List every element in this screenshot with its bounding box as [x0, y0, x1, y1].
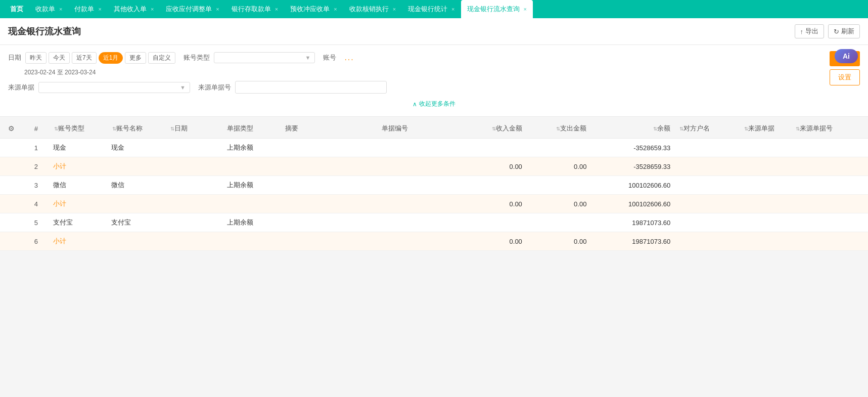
row-date [165, 176, 223, 195]
row-income [462, 176, 526, 195]
ai-badge[interactable]: Ai [835, 49, 858, 63]
row-balance: 19871073.60 [590, 232, 674, 251]
row-settings-cell [0, 176, 23, 195]
row-expense [526, 176, 591, 195]
row-income: 0.00 [462, 232, 526, 251]
nav-item-other-income[interactable]: 其他收入单× [108, 0, 160, 18]
header-actions: ↑ 导出 ↻ 刷新 [795, 24, 860, 38]
close-icon-payment[interactable]: × [98, 0, 101, 18]
row-counterpart [674, 195, 739, 213]
col-settings[interactable]: ⚙ [0, 119, 23, 139]
close-icon-bank-deposit[interactable]: × [275, 0, 278, 18]
gear-icon[interactable]: ⚙ [8, 124, 15, 133]
row-summary [281, 213, 378, 232]
nav-item-receipt-verify[interactable]: 收款核销执行× [343, 0, 402, 18]
chevron-down-icon: ▼ [305, 55, 310, 61]
row-num: 6 [23, 232, 49, 251]
account-type-filter-group: 账号类型 ▼ [184, 52, 315, 63]
nav-item-receipt[interactable]: 收款单× [29, 0, 68, 18]
page-header: 现金银行流水查询 ↑ 导出 ↻ 刷新 [0, 18, 868, 45]
nav-item-home[interactable]: 首页 [4, 0, 29, 18]
col-doc-type: 单据类型 [223, 119, 281, 139]
row-settings-cell [0, 232, 23, 251]
account-filter-group: 账号 ... [323, 51, 358, 64]
row-doc-type: 上期余额 [223, 213, 281, 232]
filter-row-main: 日期 昨天 今天 近7天 近1月 更多 自定义 账号类型 ▼ [8, 51, 860, 98]
col-acct-name[interactable]: ⇅账号名称 [107, 119, 165, 139]
row-num: 3 [23, 176, 49, 195]
collapse-button[interactable]: ∧ 收起更多条件 [8, 98, 860, 110]
row-settings-cell [0, 195, 23, 213]
table-row: 2小计0.000.00-3528659.33 [0, 157, 868, 176]
col-counterpart[interactable]: ⇅对方户名 [674, 119, 739, 139]
col-source[interactable]: ⇅来源单据 [739, 119, 791, 139]
export-button[interactable]: ↑ 导出 [795, 24, 825, 38]
row-source [739, 176, 791, 195]
date-btn-1month[interactable]: 近1月 [99, 52, 123, 64]
refresh-button[interactable]: ↻ 刷新 [828, 24, 860, 38]
row-source [739, 232, 791, 251]
col-balance[interactable]: ⇅余额 [590, 119, 674, 139]
col-source-no[interactable]: ⇅来源单据号 [791, 119, 868, 139]
row-num: 4 [23, 195, 49, 213]
row-doc-no [378, 213, 462, 232]
close-icon-ar-ap-adjust[interactable]: × [216, 0, 219, 18]
nav-item-cash-stat[interactable]: 现金银行统计× [402, 0, 461, 18]
source-doc-no-input[interactable] [235, 81, 387, 94]
row-expense: 0.00 [526, 232, 591, 251]
sort-icon-source: ⇅ [744, 126, 748, 131]
row-balance: -3528659.33 [590, 157, 674, 176]
row-acct-type: 现金 [49, 139, 107, 157]
nav-item-ar-ap-adjust[interactable]: 应收应付调整单× [160, 0, 225, 18]
col-expense[interactable]: ⇅支出金额 [526, 119, 591, 139]
dots-button[interactable]: ... [340, 51, 358, 64]
nav-item-bank-deposit[interactable]: 银行存取款单× [225, 0, 284, 18]
account-type-select[interactable]: ▼ [214, 52, 315, 63]
row-expense [526, 213, 591, 232]
row-settings-cell [0, 139, 23, 157]
row-source-no [791, 232, 868, 251]
table-row: 1现金现金上期余额-3528659.33 [0, 139, 868, 157]
sort-icon-balance: ⇅ [653, 126, 657, 131]
col-summary: 摘要 [281, 119, 378, 139]
row-doc-type: 上期余额 [223, 139, 281, 157]
row-num: 2 [23, 157, 49, 176]
col-num: # [23, 119, 49, 139]
row-balance: 100102606.60 [590, 176, 674, 195]
nav-item-cash-flow[interactable]: 现金银行流水查询× [461, 0, 533, 18]
sort-icon-counterpart: ⇅ [679, 126, 683, 131]
col-date[interactable]: ⇅日期 [165, 119, 223, 139]
date-btn-7days[interactable]: 近7天 [72, 52, 97, 64]
close-icon-cash-flow[interactable]: × [524, 0, 527, 18]
settings-button[interactable]: 设置 [830, 69, 860, 85]
close-icon-pre-receipt[interactable]: × [334, 0, 337, 18]
row-source-no [791, 157, 868, 176]
close-icon-other-income[interactable]: × [151, 0, 154, 18]
row-income [462, 213, 526, 232]
close-icon-cash-stat[interactable]: × [451, 0, 454, 18]
nav-item-pre-receipt[interactable]: 预收冲应收单× [284, 0, 343, 18]
close-icon-receipt[interactable]: × [59, 0, 62, 18]
date-btn-custom[interactable]: 自定义 [148, 52, 175, 64]
source-doc-chevron-icon: ▼ [180, 84, 186, 91]
date-filter-group: 日期 昨天 今天 近7天 近1月 更多 自定义 [8, 52, 175, 64]
close-icon-receipt-verify[interactable]: × [393, 0, 396, 18]
nav-item-payment[interactable]: 付款单× [68, 0, 107, 18]
row-date [165, 157, 223, 176]
col-acct-type[interactable]: ⇅账号类型 [49, 119, 107, 139]
date-btn-more[interactable]: 更多 [125, 52, 146, 64]
source-doc-label: 来源单据 [8, 83, 34, 92]
row-acct-type: 支付宝 [49, 213, 107, 232]
sort-icon-acct-name: ⇅ [112, 126, 116, 131]
date-btn-today[interactable]: 今天 [49, 52, 70, 64]
row-acct-type: 小计 [49, 195, 107, 213]
row-balance: 19871073.60 [590, 213, 674, 232]
row-acct-type: 小计 [49, 232, 107, 251]
row-summary [281, 139, 378, 157]
col-income[interactable]: ⇅收入金额 [462, 119, 526, 139]
row-counterpart [674, 157, 739, 176]
row-income: 0.00 [462, 195, 526, 213]
source-doc-select[interactable]: ▼ [38, 82, 190, 93]
date-btn-yesterday[interactable]: 昨天 [25, 52, 47, 64]
row-counterpart [674, 176, 739, 195]
